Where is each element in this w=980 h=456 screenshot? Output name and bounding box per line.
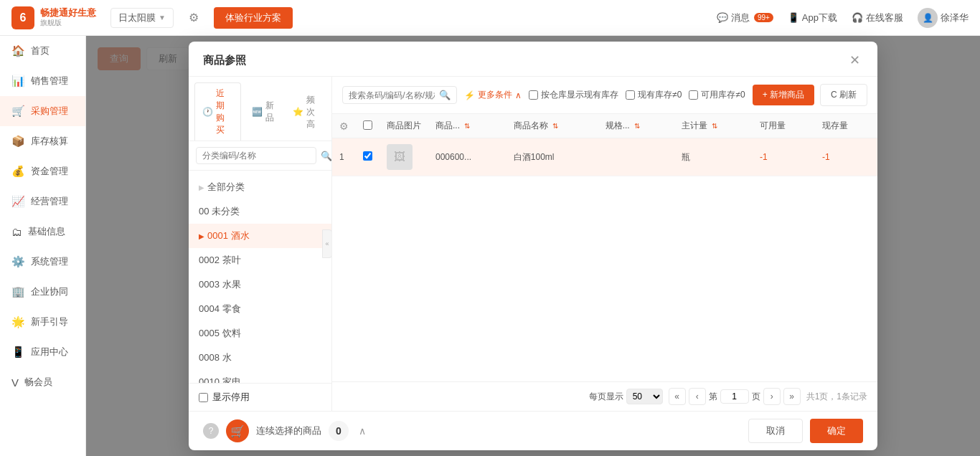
available-nonzero-checkbox-group[interactable]: 可用库存≠0 [689,89,745,101]
display-disabled-checkbox[interactable] [199,393,208,402]
prev-page-button[interactable]: ‹ [689,388,706,405]
page-number-input[interactable] [720,389,749,404]
sidebar-item-inventory[interactable]: 📦 库存核算 [0,126,85,156]
app-download-item[interactable]: 📱 App下载 [788,11,837,24]
tab-new-label: 新品 [265,100,274,124]
warehouse-display-checkbox-group[interactable]: 按仓库显示现有库存 [529,89,618,101]
products-table: ⚙ 商品图片 [332,114,877,176]
sidebar-item-apps[interactable]: 📱 应用中心 [0,337,85,367]
product-search-input[interactable] [349,90,435,100]
category-search-input[interactable] [196,147,316,164]
row-stock-cell: -1 [815,138,877,176]
cat-item-0002[interactable]: 0002 茶叶 [189,248,331,272]
filter-button[interactable]: ⚡ 更多条件 ∧ [464,89,522,101]
sidebar-item-system[interactable]: ⚙️ 系统管理 [0,247,85,277]
nav-selector[interactable]: 日太阳膜 ▼ [110,8,174,28]
confirm-button[interactable]: 确定 [810,419,863,443]
col-unit[interactable]: 主计量 ⇅ [674,114,753,138]
sidebar-item-sales[interactable]: 📊 销售管理 [0,66,85,96]
footer-collapse-icon[interactable]: ∧ [359,425,366,437]
freq-icon: ⭐ [293,107,303,117]
sidebar-label-basic: 基础信息 [28,225,65,238]
sort-unit-icon: ⇅ [712,122,717,130]
available-nonzero-checkbox[interactable] [689,90,698,100]
online-service-label: 在线客服 [866,11,903,24]
table-settings-icon[interactable]: ⚙ [339,120,349,132]
last-page-button[interactable]: » [783,388,801,405]
cat-item-0004[interactable]: 0004 零食 [189,297,331,321]
stock-nonzero-checkbox-group[interactable]: 现有库存≠0 [626,89,682,101]
product-search-box: 🔍 [342,86,457,104]
cat-0001-arrow-icon: ▶ [199,232,204,240]
try-industry-button[interactable]: 体验行业方案 [214,7,293,29]
cat-item-0001[interactable]: ▶ 0001 酒水 [189,224,331,248]
cat-item-0008[interactable]: 0008 水 [189,346,331,370]
cat-all-arrow-icon: ▶ [199,184,204,191]
add-product-button[interactable]: + 新增商品 [753,85,814,105]
table-row[interactable]: 1 🖼 000600... [332,138,877,176]
category-search: 🔍 [189,141,331,171]
product-table: ⚙ 商品图片 [332,114,877,381]
tab-recent-label: 近期购买 [216,87,233,136]
select-all-checkbox[interactable] [363,120,372,130]
app-download-label: App下载 [802,11,837,24]
product-thumbnail: 🖼 [387,144,413,170]
product-available: -1 [760,152,768,162]
tab-frequent[interactable]: ⭐ 频次高 [285,82,326,141]
refresh-button[interactable]: C 刷新 [820,84,867,106]
user-item[interactable]: 👤 徐泽华 [918,8,969,28]
enterprise-icon: 🏢 [11,285,25,298]
col-code-label: 商品... [435,120,460,130]
sidebar-item-finance[interactable]: 💰 资金管理 [0,156,85,186]
sidebar-label-enterprise: 企业协同 [31,285,68,298]
sidebar-item-guide[interactable]: 🌟 新手引导 [0,307,85,337]
category-search-icon[interactable]: 🔍 [321,151,332,161]
product-search-icon[interactable]: 🔍 [439,90,451,100]
sidebar-item-purchase[interactable]: 🛒 采购管理 [0,96,85,126]
settings-icon[interactable]: ⚙ [182,6,205,29]
toolbar-actions: + 新增商品 C 刷新 [753,84,867,106]
col-spec[interactable]: 规格... ⇅ [598,114,674,138]
warehouse-display-checkbox[interactable] [529,90,538,100]
sidebar-label-finance: 资金管理 [31,165,68,178]
next-page-button[interactable]: › [763,388,781,405]
first-page-button[interactable]: « [669,388,686,405]
row-index: 1 [332,138,356,176]
row-checkbox[interactable] [363,151,372,161]
cat-item-0010[interactable]: 0010 家电 [189,370,331,383]
purchase-icon: 🛒 [11,105,25,118]
message-item[interactable]: 💬 消息 99+ [717,11,773,24]
available-nonzero-label: 可用库存≠0 [701,89,745,101]
sidebar-item-home[interactable]: 🏠 首页 [0,36,85,66]
sidebar-item-operation[interactable]: 📈 经营管理 [0,186,85,217]
recent-icon: 🕐 [202,107,213,117]
apps-icon: 📱 [11,346,25,358]
product-code: 000600... [435,152,471,162]
cat-label-0002: 0002 茶叶 [199,254,241,267]
cat-item-uncategorized[interactable]: 00 未分类 [189,199,331,224]
cat-item-0005[interactable]: 0005 饮料 [189,321,331,346]
warehouse-display-label: 按仓库显示现有库存 [541,89,618,101]
cat-item-all[interactable]: ▶ 全部分类 [189,175,331,199]
col-name[interactable]: 商品名称 ⇅ [507,114,598,138]
col-code[interactable]: 商品... ⇅ [428,114,507,138]
filter-label: 更多条件 [478,89,512,101]
display-disabled-area: 显示停用 [189,383,331,411]
per-page-select[interactable]: 50 100 200 [626,389,663,404]
sidebar-item-enterprise[interactable]: 🏢 企业协同 [0,277,85,307]
app-name: 畅捷通好生意 [40,7,96,19]
tab-new-products[interactable]: 🆕 新品 [244,82,282,141]
cat-item-0003[interactable]: 0003 水果 [189,272,331,297]
app-sub: 旗舰版 [40,18,96,28]
online-service-item[interactable]: 🎧 在线客服 [852,11,903,24]
cart-icon-button[interactable]: 🛒 [226,419,249,442]
sidebar-item-member[interactable]: V 畅会员 [0,367,85,397]
cancel-button[interactable]: 取消 [748,419,803,443]
cat-collapse-button[interactable]: « [322,229,332,258]
sidebar-item-basic[interactable]: 🗂 基础信息 [0,217,85,247]
stock-nonzero-checkbox[interactable] [626,90,635,100]
help-icon[interactable]: ? [203,423,219,439]
tab-recent-purchase[interactable]: 🕐 近期购买 [194,82,241,141]
modal-close-button[interactable]: ✕ [846,52,863,69]
modal-overlay: 商品参照 ✕ 🕐 近期购买 🆕 [86,36,980,456]
